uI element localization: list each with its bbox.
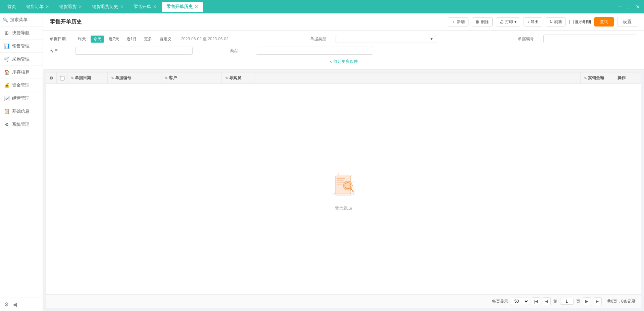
customer-filter-label: 客户 xyxy=(50,48,70,54)
number-filter-label: 单据编号 xyxy=(518,36,538,42)
sort-date-icon: ⇅ xyxy=(71,76,73,80)
sidebar-item-quick-nav[interactable]: ⊞ 快捷导航 xyxy=(0,27,43,40)
display-detail-checkbox-label[interactable]: 显示明细 xyxy=(569,19,591,25)
pagination: 每页显示 10 20 50 100 |◀ ◀ 第 页 ▶ ▶| 共0页，0条记录 xyxy=(46,294,641,308)
date-range-display: 2023-06-02 至 2023-06-02 xyxy=(181,36,228,42)
close-tab-sales-return-history[interactable]: ✕ xyxy=(120,4,123,9)
header-actions: ＋ 新增 🗑 删除 🖨 打印 ▾ ↓ 导出 ↻ 刷新 xyxy=(448,17,637,27)
svg-rect-2 xyxy=(337,178,345,179)
empty-text: 暂无数据 xyxy=(335,205,352,211)
type-select[interactable]: ▾ xyxy=(336,35,436,43)
maximize-button[interactable]: □ xyxy=(626,2,632,11)
tab-home[interactable]: 首页 xyxy=(3,2,21,12)
close-tab-retail-open-history[interactable]: ✕ xyxy=(195,4,198,9)
page-number-input[interactable] xyxy=(560,298,574,305)
select-all-checkbox[interactable] xyxy=(60,76,64,81)
close-tab-sales-return[interactable]: ✕ xyxy=(79,4,82,9)
filter-area: 单据日期 昨天 今天 近7天 近1月 更多 自定义 2023-06-02 至 2… xyxy=(43,31,644,69)
prev-page-button[interactable]: ◀ xyxy=(543,297,551,305)
sidebar-item-operations[interactable]: 📈 经营管理 xyxy=(0,92,43,105)
empty-illustration xyxy=(327,167,360,201)
sidebar-item-purchase-mgmt[interactable]: 🛒 采购管理 xyxy=(0,53,43,66)
th-number[interactable]: ⇅ 单据编号 xyxy=(108,72,161,84)
date-7days[interactable]: 近7天 xyxy=(106,36,122,43)
query-button[interactable]: 查询 xyxy=(594,17,614,27)
tab-sales-return-history[interactable]: 销货退货历史 ✕ xyxy=(87,2,128,12)
th-customer[interactable]: ⇅ 客户 xyxy=(161,72,222,84)
sidebar-item-inventory[interactable]: 🏠 库存核算 xyxy=(0,66,43,79)
table-empty: 暂无数据 xyxy=(46,84,641,294)
date-yesterday[interactable]: 昨天 xyxy=(75,36,89,43)
collapse-icon: ∧ xyxy=(329,59,332,64)
date-1month[interactable]: 近1月 xyxy=(124,36,140,43)
close-tab-sales-order[interactable]: ✕ xyxy=(46,4,49,9)
refresh-icon: ↻ xyxy=(549,19,553,24)
svg-rect-3 xyxy=(337,180,344,181)
add-button[interactable]: ＋ 新增 xyxy=(448,17,468,27)
th-salesperson[interactable]: ⇅ 导购员 xyxy=(222,72,255,84)
export-button[interactable]: ↓ 导出 xyxy=(524,17,542,27)
gear-icon: ⚙ xyxy=(49,76,53,81)
sidebar-collapse-button[interactable]: ◀ xyxy=(13,301,17,308)
page-header: 零售开单历史 ＋ 新增 🗑 删除 🖨 打印 ▾ ↓ 导出 xyxy=(43,13,644,31)
per-page-select[interactable]: 10 20 50 100 xyxy=(511,298,529,305)
svg-line-8 xyxy=(350,188,353,192)
type-filter-label: 单据类型 xyxy=(310,36,330,42)
first-page-button[interactable]: |◀ xyxy=(532,297,540,305)
goods-filter-label: 商品 xyxy=(230,48,250,54)
sort-salesperson-icon: ⇅ xyxy=(225,76,228,80)
tab-sales-order[interactable]: 销售订单 ✕ xyxy=(21,2,54,12)
print-button[interactable]: 🖨 打印 ▾ xyxy=(496,17,520,27)
plus-icon: ＋ xyxy=(451,19,455,25)
svg-rect-5 xyxy=(337,184,342,185)
collapse-bar[interactable]: ∧ 收起更多条件 xyxy=(50,58,637,65)
sidebar-item-system[interactable]: ⚙ 系统管理 xyxy=(0,118,43,131)
sidebar-item-finance[interactable]: 💰 资金管理 xyxy=(0,79,43,92)
print-icon: 🖨 xyxy=(500,19,504,24)
refresh-button[interactable]: ↻ 刷新 xyxy=(546,17,566,27)
date-more[interactable]: 更多 xyxy=(141,36,155,43)
type-dropdown-icon: ▾ xyxy=(431,37,433,41)
date-custom[interactable]: 自定义 xyxy=(157,36,174,43)
main-layout: 🔍 搜索菜单 ⊞ 快捷导航 📊 销售管理 🛒 采购管理 🏠 库存核算 💰 资金管… xyxy=(0,13,644,311)
tab-retail-open[interactable]: 零售开单 ✕ xyxy=(129,2,161,12)
operations-icon: 📈 xyxy=(4,96,9,101)
customer-input[interactable]: ··· xyxy=(75,47,193,55)
th-date[interactable]: ⇅ 单据日期 xyxy=(67,72,108,84)
sidebar-item-basic-info[interactable]: 📋 基础信息 xyxy=(0,105,43,118)
filter-dates: 昨天 今天 近7天 近1月 更多 自定义 xyxy=(75,36,174,43)
export-icon: ↓ xyxy=(527,19,529,24)
sidebar-search[interactable]: 🔍 搜索菜单 xyxy=(0,13,43,27)
sidebar-settings-button[interactable]: ⚙ xyxy=(4,301,9,308)
th-amount[interactable]: ⇅ 实销金额 xyxy=(581,72,614,84)
delete-icon: 🗑 xyxy=(476,19,480,24)
purchase-icon: 🛒 xyxy=(4,56,9,62)
number-input[interactable] xyxy=(543,35,637,43)
table-header: ⚙ ⇅ 单据日期 ⇅ 单据编号 ⇅ 客户 ⇅ xyxy=(46,72,641,84)
sidebar: 🔍 搜索菜单 ⊞ 快捷导航 📊 销售管理 🛒 采购管理 🏠 库存核算 💰 资金管… xyxy=(0,13,43,311)
date-today[interactable]: 今天 xyxy=(91,36,104,43)
th-gear[interactable]: ⚙ xyxy=(46,72,57,84)
sidebar-item-sales-mgmt[interactable]: 📊 销售管理 xyxy=(0,40,43,53)
close-button[interactable]: ✕ xyxy=(634,2,641,11)
goods-ellipsis: ··· xyxy=(259,48,263,53)
page-title: 零售开单历史 xyxy=(50,18,82,25)
next-page-button[interactable]: ▶ xyxy=(583,297,591,305)
th-spacer xyxy=(255,72,581,84)
basic-info-icon: 📋 xyxy=(4,109,9,114)
minimize-button[interactable]: ─ xyxy=(616,2,623,11)
svg-rect-4 xyxy=(337,182,344,183)
settings-button[interactable]: 设置 xyxy=(617,17,637,27)
search-icon: 🔍 xyxy=(3,17,8,22)
delete-button[interactable]: 🗑 删除 xyxy=(472,17,493,27)
content-area: 零售开单历史 ＋ 新增 🗑 删除 🖨 打印 ▾ ↓ 导出 xyxy=(43,13,644,311)
last-page-button[interactable]: ▶| xyxy=(594,297,602,305)
tab-sales-return[interactable]: 销货退货 ✕ xyxy=(54,2,87,12)
per-page-label: 每页显示 xyxy=(492,299,508,304)
customer-ellipsis: ··· xyxy=(79,48,82,53)
close-tab-retail-open[interactable]: ✕ xyxy=(153,4,156,9)
display-detail-checkbox[interactable] xyxy=(569,20,574,24)
date-filter-label: 单据日期 xyxy=(50,36,70,42)
tab-retail-open-history[interactable]: 零售开单历史 ✕ xyxy=(162,2,203,12)
goods-input[interactable]: ··· xyxy=(256,47,373,55)
